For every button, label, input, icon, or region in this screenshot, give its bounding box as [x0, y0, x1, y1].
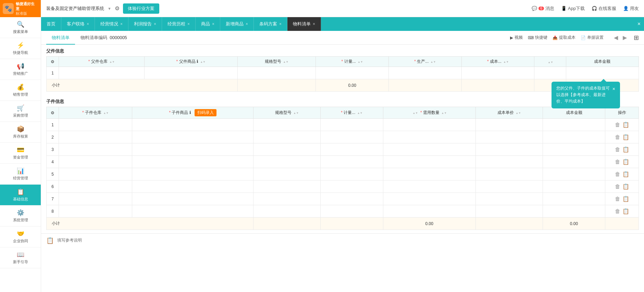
child-goods-cell[interactable]	[132, 205, 253, 218]
child-unit-cell[interactable]	[321, 143, 383, 156]
child-unit-cell[interactable]	[321, 131, 383, 143]
child-unitprice-cell[interactable]	[475, 180, 543, 193]
sidebar-item-sales[interactable]: 💰 销售管理	[0, 80, 41, 101]
child-unitprice-cell[interactable]	[475, 143, 543, 156]
child-qty-cell[interactable]	[383, 168, 475, 180]
dropdown-arrow-icon[interactable]: ▼	[108, 7, 111, 11]
child-goods-cell[interactable]	[132, 168, 253, 180]
child-warehouse-cell[interactable]	[59, 193, 132, 205]
child-warehouse-cell[interactable]	[59, 143, 132, 156]
sidebar-item-cooperation[interactable]: 🤝 企业协同	[0, 226, 41, 247]
child-unitprice-cell[interactable]	[475, 119, 543, 131]
delete-icon[interactable]: 🗑	[615, 184, 620, 190]
child-unit-cell[interactable]	[321, 193, 383, 205]
sidebar-item-basicinfo[interactable]: 📋 基础信息	[0, 185, 41, 206]
messages-action[interactable]: 💬 6 消息	[532, 5, 554, 12]
sidebar-item-marketing[interactable]: 📢 营销推广	[0, 59, 41, 80]
trial-button[interactable]: 体验行业方案	[123, 3, 159, 14]
copy-icon[interactable]: 📋	[622, 121, 629, 128]
copy-icon[interactable]: 📋	[622, 159, 629, 165]
child-goods-cell[interactable]	[132, 131, 253, 143]
child-qty-cell[interactable]	[383, 193, 475, 205]
child-qty-cell[interactable]	[383, 143, 475, 156]
tab-close-newgoods[interactable]: ×	[246, 22, 248, 26]
child-spec-cell[interactable]	[253, 131, 320, 143]
app-download-action[interactable]: 📱 App下载	[561, 5, 585, 12]
child-qty-cell[interactable]	[383, 156, 475, 168]
parent-produce-cell[interactable]	[389, 67, 462, 79]
video-action[interactable]: ▶ 视频	[510, 35, 523, 40]
child-spec-cell[interactable]	[253, 156, 320, 168]
parent-warehouse-cell[interactable]	[59, 67, 145, 79]
delete-icon[interactable]: 🗑	[615, 134, 620, 140]
sidebar-item-quicknav[interactable]: ⚡ 快捷导航	[0, 38, 41, 59]
user-action[interactable]: 👤 用友	[623, 5, 639, 12]
child-amount-cell[interactable]	[543, 205, 605, 218]
tab-barcode[interactable]: 条码方案 ×	[254, 17, 287, 31]
tab-profit[interactable]: 利润报告 ×	[128, 17, 162, 31]
child-unit-cell[interactable]	[321, 180, 383, 193]
copy-icon[interactable]: 📋	[622, 134, 629, 140]
child-unitprice-cell[interactable]	[475, 156, 543, 168]
child-goods-cell[interactable]	[132, 119, 253, 131]
prev-arrow[interactable]: ◀	[612, 34, 620, 42]
child-warehouse-cell[interactable]	[59, 119, 132, 131]
child-unitprice-cell[interactable]	[475, 205, 543, 218]
tab-operations[interactable]: 经营情况 ×	[95, 17, 128, 31]
sidebar-item-guide[interactable]: 📖 新手引导	[0, 247, 41, 268]
child-qty-cell[interactable]	[383, 119, 475, 131]
sidebar-item-finance[interactable]: 💳 资金管理	[0, 143, 41, 164]
child-spec-cell[interactable]	[253, 143, 320, 156]
parent-cost-cell[interactable]	[461, 67, 534, 79]
sidebar-item-inventory[interactable]: 📦 库存核算	[0, 122, 41, 143]
doc-settings-action[interactable]: 📄 单据设置	[581, 35, 604, 40]
child-spec-cell[interactable]	[253, 180, 320, 193]
settings-icon[interactable]: ⚙	[115, 5, 120, 12]
delete-icon[interactable]: 🗑	[615, 196, 620, 202]
child-spec-cell[interactable]	[253, 205, 320, 218]
child-amount-cell[interactable]	[543, 119, 605, 131]
tab-close-profit[interactable]: ×	[154, 22, 156, 26]
child-warehouse-cell[interactable]	[59, 131, 132, 143]
child-settings-col[interactable]: ⚙	[47, 107, 59, 119]
parent-goods-cell[interactable]	[144, 67, 237, 79]
child-unit-cell[interactable]	[321, 205, 383, 218]
parent-spec-cell[interactable]	[237, 67, 316, 79]
child-goods-cell[interactable]	[132, 180, 253, 193]
child-amount-cell[interactable]	[543, 156, 605, 168]
tab-close-customers[interactable]: ×	[87, 22, 89, 26]
online-service-action[interactable]: 🎧 在线客服	[592, 5, 616, 12]
tab-close-barcode[interactable]: ×	[279, 22, 282, 26]
sidebar-item-purchase[interactable]: 🛒 采购管理	[0, 101, 41, 122]
tab-close-bom[interactable]: ×	[313, 22, 315, 26]
tab-close-history[interactable]: ×	[187, 22, 190, 26]
parent-unit-cell[interactable]	[316, 67, 389, 79]
child-unitprice-cell[interactable]	[475, 193, 543, 205]
parent-settings-col[interactable]: ⚙	[47, 57, 59, 67]
child-warehouse-cell[interactable]	[59, 205, 132, 218]
copy-icon[interactable]: 📋	[622, 208, 629, 214]
child-unitprice-cell[interactable]	[475, 168, 543, 180]
delete-icon[interactable]: 🗑	[615, 159, 620, 165]
delete-icon[interactable]: 🗑	[615, 208, 620, 214]
parent-amount-cell[interactable]	[566, 67, 639, 79]
child-spec-cell[interactable]	[253, 119, 320, 131]
tab-close-goods[interactable]: ×	[212, 22, 214, 26]
child-amount-cell[interactable]	[543, 168, 605, 180]
tooltip-close-btn[interactable]: ×	[612, 85, 615, 93]
tab-goods[interactable]: 商品 ×	[196, 17, 220, 31]
tab-customers[interactable]: 客户联络 ×	[61, 17, 95, 31]
tab-home[interactable]: 首页	[41, 17, 61, 31]
child-unitprice-cell[interactable]	[475, 131, 543, 143]
child-qty-cell[interactable]	[383, 131, 475, 143]
sub-tab-bom[interactable]: 物料清单	[46, 31, 75, 45]
child-warehouse-cell[interactable]	[59, 156, 132, 168]
child-warehouse-cell[interactable]	[59, 168, 132, 180]
sub-tab-code[interactable]: 物料清单编码 0000005	[75, 31, 133, 45]
child-amount-cell[interactable]	[543, 193, 605, 205]
child-unit-cell[interactable]	[321, 119, 383, 131]
child-amount-cell[interactable]	[543, 180, 605, 193]
copy-icon[interactable]: 📋	[622, 196, 629, 202]
child-spec-cell[interactable]	[253, 193, 320, 205]
child-amount-cell[interactable]	[543, 131, 605, 143]
